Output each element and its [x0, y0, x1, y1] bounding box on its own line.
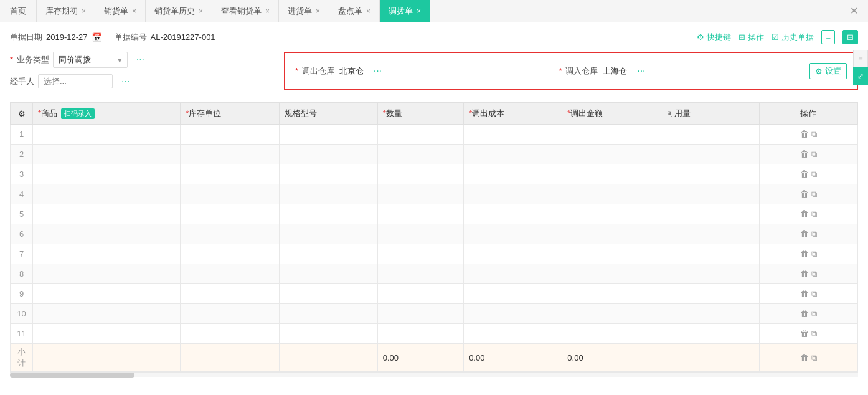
- cell-available[interactable]: [661, 164, 759, 184]
- cell-product[interactable]: [33, 164, 181, 184]
- business-type-dropdown[interactable]: 同价调拨 ▾: [53, 52, 128, 68]
- tab-close-view-sales[interactable]: ×: [265, 7, 270, 16]
- copy-icon[interactable]: ⧉: [811, 289, 817, 298]
- cell-cost[interactable]: [464, 204, 562, 224]
- subtotal-delete-icon[interactable]: 🗑: [800, 353, 809, 363]
- cell-product[interactable]: [33, 244, 181, 264]
- tab-purchase-order[interactable]: 进货单 ×: [279, 0, 329, 22]
- cell-qty[interactable]: [377, 244, 463, 264]
- cell-product[interactable]: [33, 264, 181, 284]
- calendar-icon[interactable]: 📅: [92, 32, 102, 42]
- scroll-thumb[interactable]: [10, 373, 134, 378]
- cell-spec[interactable]: [279, 244, 377, 264]
- cell-available[interactable]: [661, 204, 759, 224]
- tab-sales-history[interactable]: 销货单历史 ×: [146, 0, 212, 22]
- cell-available[interactable]: [661, 284, 759, 304]
- cell-qty[interactable]: [377, 284, 463, 304]
- scan-button[interactable]: 扫码录入: [61, 108, 95, 119]
- cell-unit[interactable]: [181, 164, 279, 184]
- cell-qty[interactable]: [377, 324, 463, 344]
- cell-cost[interactable]: [464, 145, 562, 164]
- delete-icon[interactable]: 🗑: [800, 288, 809, 298]
- tab-close-inventory-check[interactable]: ×: [366, 7, 370, 16]
- cell-qty[interactable]: [377, 224, 463, 244]
- cell-available[interactable]: [661, 125, 759, 145]
- cell-amount[interactable]: [562, 204, 661, 224]
- cell-unit[interactable]: [181, 244, 279, 264]
- cell-available[interactable]: [661, 145, 759, 164]
- cell-amount[interactable]: [562, 284, 661, 304]
- cell-product[interactable]: [33, 204, 181, 224]
- cell-amount[interactable]: [562, 164, 661, 184]
- cell-cost[interactable]: [464, 264, 562, 284]
- tab-close-sales-history[interactable]: ×: [199, 7, 203, 16]
- cell-qty[interactable]: [377, 125, 463, 145]
- warehouse-in-more[interactable]: ···: [637, 65, 645, 77]
- delete-icon[interactable]: 🗑: [800, 229, 809, 239]
- cell-cost[interactable]: [464, 184, 562, 204]
- cell-cost[interactable]: [464, 164, 562, 184]
- copy-icon[interactable]: ⧉: [811, 329, 817, 338]
- handler-more[interactable]: ···: [121, 76, 130, 87]
- cell-available[interactable]: [661, 224, 759, 244]
- delete-icon[interactable]: 🗑: [800, 269, 809, 278]
- cell-spec[interactable]: [279, 125, 377, 145]
- cell-unit[interactable]: [181, 264, 279, 284]
- cell-qty[interactable]: [377, 264, 463, 284]
- cell-unit[interactable]: [181, 304, 279, 324]
- cell-available[interactable]: [661, 244, 759, 264]
- delete-icon[interactable]: 🗑: [800, 169, 809, 179]
- cell-amount[interactable]: [562, 264, 661, 284]
- window-close-button[interactable]: ✕: [840, 5, 868, 17]
- tab-inventory-check[interactable]: 盘点单 ×: [329, 0, 380, 22]
- cell-product[interactable]: [33, 224, 181, 244]
- cell-unit[interactable]: [181, 145, 279, 164]
- subtotal-copy-icon[interactable]: ⧉: [811, 353, 817, 363]
- cell-unit[interactable]: [181, 224, 279, 244]
- copy-icon[interactable]: ⧉: [811, 189, 817, 199]
- cell-cost[interactable]: [464, 125, 562, 145]
- delete-icon[interactable]: 🗑: [800, 308, 809, 318]
- cell-qty[interactable]: [377, 184, 463, 204]
- cell-product[interactable]: [33, 184, 181, 204]
- sidebar-list-icon[interactable]: ≡: [853, 50, 868, 67]
- cell-spec[interactable]: [279, 204, 377, 224]
- tab-close-purchase-order[interactable]: ×: [316, 7, 320, 16]
- settings-button[interactable]: ⚙ 设置: [809, 63, 847, 79]
- cell-qty[interactable]: [377, 304, 463, 324]
- cell-amount[interactable]: [562, 324, 661, 344]
- tab-inventory-init[interactable]: 库存期初 ×: [37, 0, 95, 22]
- cell-product[interactable]: [33, 284, 181, 304]
- copy-icon[interactable]: ⧉: [811, 229, 817, 239]
- cell-spec[interactable]: [279, 284, 377, 304]
- cell-cost[interactable]: [464, 224, 562, 244]
- cell-unit[interactable]: [181, 125, 279, 145]
- operation-button[interactable]: ⊞ 操作: [738, 32, 764, 43]
- horizontal-scrollbar[interactable]: [10, 372, 858, 377]
- tab-transfer-order[interactable]: 调拨单 ×: [380, 0, 430, 22]
- cell-spec[interactable]: [279, 264, 377, 284]
- cell-spec[interactable]: [279, 324, 377, 344]
- delete-icon[interactable]: 🗑: [800, 249, 809, 259]
- cell-spec[interactable]: [279, 164, 377, 184]
- cell-product[interactable]: [33, 145, 181, 164]
- cell-cost[interactable]: [464, 324, 562, 344]
- copy-icon[interactable]: ⧉: [811, 249, 817, 259]
- delete-icon[interactable]: 🗑: [800, 129, 809, 139]
- tab-close-transfer-order[interactable]: ×: [417, 7, 421, 16]
- cell-spec[interactable]: [279, 304, 377, 324]
- cell-available[interactable]: [661, 324, 759, 344]
- delete-icon[interactable]: 🗑: [800, 328, 809, 338]
- th-settings[interactable]: ⚙: [11, 103, 33, 125]
- copy-icon[interactable]: ⧉: [811, 150, 817, 159]
- cell-amount[interactable]: [562, 125, 661, 145]
- tab-close-inventory-init[interactable]: ×: [82, 7, 86, 16]
- cell-available[interactable]: [661, 184, 759, 204]
- warehouse-out-more[interactable]: ···: [374, 65, 382, 77]
- copy-icon[interactable]: ⧉: [811, 130, 817, 139]
- cell-qty[interactable]: [377, 145, 463, 164]
- cell-unit[interactable]: [181, 204, 279, 224]
- copy-icon[interactable]: ⧉: [811, 309, 817, 318]
- sidebar-expand-icon[interactable]: ⤢: [853, 67, 868, 85]
- cell-amount[interactable]: [562, 224, 661, 244]
